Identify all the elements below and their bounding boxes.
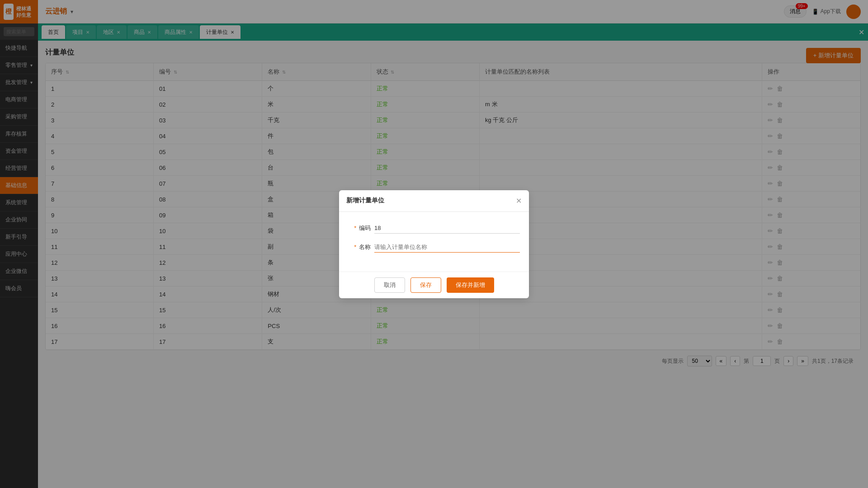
modal-header: 新增计量单位 ✕ (339, 190, 529, 212)
save-and-new-button[interactable]: 保存并新增 (447, 277, 494, 293)
cancel-button[interactable]: 取消 (374, 277, 405, 293)
modal-body: * 编码 * 名称 (339, 212, 529, 272)
name-form-row: * 名称 (348, 242, 520, 253)
required-icon: * (354, 244, 356, 250)
name-label: * 名称 (348, 243, 371, 251)
add-unit-modal: 新增计量单位 ✕ * 编码 * 名称 取消 保存 保存并新增 (339, 190, 529, 298)
required-icon: * (354, 225, 356, 231)
modal-overlay: 新增计量单位 ✕ * 编码 * 名称 取消 保存 保存并新增 (0, 0, 868, 488)
name-input[interactable] (374, 242, 520, 253)
save-button[interactable]: 保存 (410, 277, 441, 293)
modal-title: 新增计量单位 (346, 197, 384, 205)
modal-footer: 取消 保存 保存并新增 (339, 272, 529, 298)
code-label: * 编码 (348, 224, 371, 232)
code-input[interactable] (374, 223, 520, 234)
modal-close-button[interactable]: ✕ (516, 197, 522, 205)
code-form-row: * 编码 (348, 223, 520, 234)
